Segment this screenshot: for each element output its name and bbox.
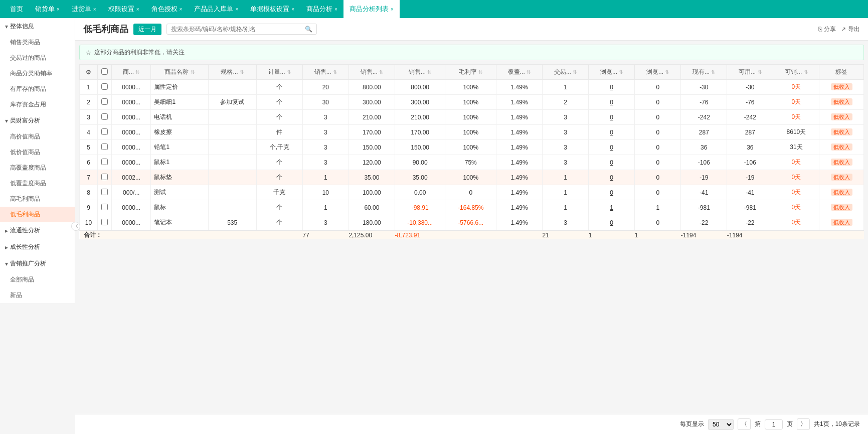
share-button[interactable]: ⎘ 分享 (818, 25, 836, 34)
view-count-link[interactable]: 0 (610, 174, 613, 181)
view-count-link[interactable]: 0 (610, 114, 613, 121)
close-icon[interactable]: × (334, 7, 337, 12)
sidebar-item-low-value[interactable]: 低价值商品 (0, 144, 75, 160)
sidebar-group-circulation[interactable]: ▸ 流通性分析 (0, 222, 75, 239)
sidebar-collapse-button[interactable]: 《 (71, 222, 80, 231)
sidebar-item-high-value[interactable]: 高价值商品 (0, 129, 75, 144)
cell-checkbox[interactable] (98, 215, 112, 231)
nav-home[interactable]: 首页 (4, 0, 29, 18)
cell-view-count[interactable]: 0 (589, 155, 635, 170)
view-count-link[interactable]: 0 (610, 144, 613, 151)
view-count-link[interactable]: 1 (610, 204, 613, 211)
cell-checkbox[interactable] (98, 170, 112, 185)
cell-view-count[interactable]: 0 (589, 170, 635, 185)
col-sale-amount[interactable]: 销售... ⇅ (349, 65, 395, 80)
cell-view-count[interactable]: 0 (589, 110, 635, 125)
row-checkbox[interactable] (101, 219, 108, 225)
nav-template[interactable]: 单据模板设置 × (244, 0, 300, 18)
table-container[interactable]: ⚙ 商... ⇅ 商品名称 ⇅ 规格... ⇅ 计量... ⇅ 销售... ⇅ … (75, 64, 868, 414)
row-checkbox[interactable] (101, 189, 108, 195)
col-current[interactable]: 现有... ⇅ (681, 65, 727, 80)
col-unit[interactable]: 计量... ⇅ (256, 65, 302, 80)
cell-view-count[interactable]: 0 (589, 215, 635, 231)
sidebar-group-wealth[interactable]: ▾ 类财富分析 (0, 112, 75, 129)
close-icon[interactable]: × (180, 7, 183, 12)
sidebar-item-new-products[interactable]: 新品 (0, 287, 75, 303)
nav-product-analysis[interactable]: 商品分析 × (300, 0, 343, 18)
close-icon[interactable]: × (235, 7, 238, 12)
nav-product-entry[interactable]: 产品品入库单 × (188, 0, 244, 18)
sidebar-item-low-coverage[interactable]: 低覆盖度商品 (0, 176, 75, 191)
cell-view-count[interactable]: 0 (589, 140, 635, 155)
row-checkbox[interactable] (101, 204, 108, 210)
row-checkbox[interactable] (101, 174, 108, 180)
close-icon[interactable]: × (93, 7, 96, 12)
row-checkbox[interactable] (101, 98, 108, 105)
close-icon[interactable]: × (57, 7, 60, 12)
sidebar-group-growth[interactable]: ▸ 成长性分析 (0, 239, 75, 255)
cell-view-count[interactable]: 1 (589, 200, 635, 215)
cell-checkbox[interactable] (98, 140, 112, 155)
close-icon[interactable]: × (391, 7, 394, 12)
col-tag[interactable]: 标签 (819, 65, 864, 80)
view-count-link[interactable]: 0 (610, 219, 613, 226)
cell-view-count[interactable]: 0 (589, 80, 635, 95)
sidebar-item-low-margin[interactable]: 低毛利商品 (0, 207, 75, 222)
sidebar-item-category-rate[interactable]: 商品分类助销率 (0, 66, 75, 81)
nav-sales[interactable]: 销货单 × (29, 0, 66, 18)
sidebar-item-traded-products[interactable]: 交易过的商品 (0, 50, 75, 66)
col-available[interactable]: 可用... ⇅ (727, 65, 773, 80)
col-spec[interactable]: 规格... ⇅ (208, 65, 256, 80)
search-input[interactable] (171, 26, 305, 33)
select-all-checkbox[interactable] (101, 68, 108, 75)
sidebar-item-all-products[interactable]: 全部商品 (0, 272, 75, 287)
col-gross-rate[interactable]: 毛利率 ⇅ (445, 65, 496, 80)
col-trade-count[interactable]: 交易... ⇅ (543, 65, 589, 80)
sidebar-item-stocked-products[interactable]: 有库存的商品 (0, 81, 75, 97)
col-settings[interactable]: ⚙ (80, 65, 98, 80)
cell-view-count[interactable]: 0 (589, 95, 635, 110)
view-count-link[interactable]: 0 (610, 129, 613, 136)
cell-checkbox[interactable] (98, 155, 112, 170)
view-count-link[interactable]: 0 (610, 159, 613, 166)
col-code[interactable]: 商... ⇅ (112, 65, 151, 80)
cell-view-count[interactable]: 0 (589, 185, 635, 200)
nav-purchase[interactable]: 进货单 × (66, 0, 102, 18)
prev-page-button[interactable]: 〈 (738, 418, 751, 430)
sidebar-item-high-margin[interactable]: 高毛利商品 (0, 191, 75, 207)
page-number-input[interactable] (765, 419, 783, 429)
cell-checkbox[interactable] (98, 110, 112, 125)
col-sale-qty[interactable]: 销售... ⇅ (302, 65, 349, 80)
view-count-link[interactable]: 0 (610, 189, 613, 196)
sidebar-group-overall[interactable]: ▾ 整体信息 (0, 18, 75, 35)
cell-checkbox[interactable] (98, 185, 112, 200)
view-count-link[interactable]: 0 (610, 99, 613, 106)
col-name[interactable]: 商品名称 ⇅ (151, 65, 208, 80)
col-coverage[interactable]: 覆盖... ⇅ (496, 65, 543, 80)
close-icon[interactable]: × (291, 7, 294, 12)
sidebar-group-marketing[interactable]: ▾ 营销推广分析 (0, 255, 75, 272)
row-checkbox[interactable] (101, 83, 108, 90)
next-page-button[interactable]: 〉 (797, 418, 810, 430)
cell-checkbox[interactable] (98, 200, 112, 215)
search-icon[interactable]: 🔍 (305, 26, 312, 33)
view-count-link[interactable]: 0 (610, 84, 613, 91)
nav-permissions[interactable]: 权限设置 × (102, 0, 145, 18)
row-checkbox[interactable] (101, 128, 108, 135)
col-view-count2[interactable]: 浏览... ⇅ (635, 65, 681, 80)
cell-checkbox[interactable] (98, 125, 112, 140)
nav-roles[interactable]: 角色授权 × (145, 0, 189, 18)
close-icon[interactable]: × (136, 7, 139, 12)
cell-checkbox[interactable] (98, 80, 112, 95)
row-checkbox[interactable] (101, 143, 108, 150)
cell-view-count[interactable]: 0 (589, 125, 635, 140)
sidebar-item-sales-products[interactable]: 销售类商品 (0, 35, 75, 50)
row-checkbox[interactable] (101, 113, 108, 120)
sidebar-item-stock-capital[interactable]: 库存资金占用 (0, 97, 75, 112)
page-size-select[interactable]: 50 20 100 (708, 419, 734, 430)
filter-recent-month-button[interactable]: 近一月 (133, 24, 161, 35)
col-view-count[interactable]: 浏览... ⇅ (589, 65, 635, 80)
sidebar-item-high-coverage[interactable]: 高覆盖度商品 (0, 160, 75, 176)
export-button[interactable]: ↗ 导出 (841, 25, 860, 34)
col-saleable[interactable]: 可销... ⇅ (773, 65, 819, 80)
